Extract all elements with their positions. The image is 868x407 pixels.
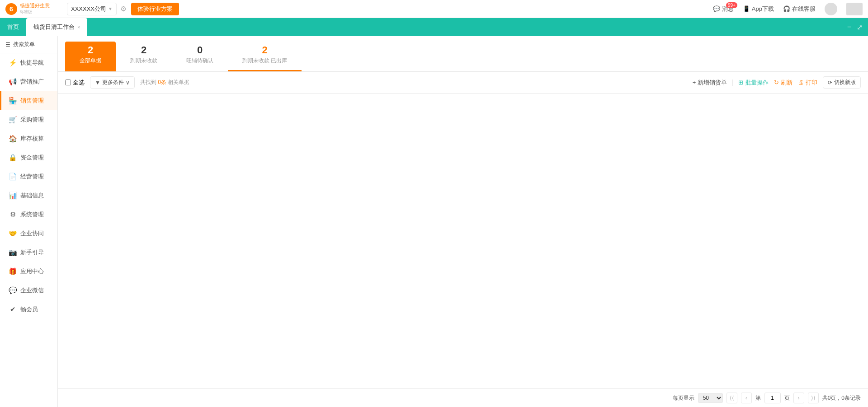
message-icon: 💬 [713, 5, 720, 12]
sidebar: ☰ 搜索菜单 ⚡ 快捷导航 📢 营销推广 🏪 销售管理 🛒 采购管理 🏠 库存核… [0, 36, 58, 407]
table-area [58, 94, 868, 388]
sidebar-item-inventory-label: 库存核算 [20, 135, 44, 143]
stat-overdue-unpaid-label: 到期未收款 [130, 57, 157, 65]
sidebar-item-guide[interactable]: 📷 新手引导 [0, 243, 57, 262]
new-order-button[interactable]: + 新增销货单 [693, 79, 727, 87]
refresh-label: 刷新 [781, 79, 793, 87]
page-number-input[interactable] [764, 393, 781, 403]
page-size-label: 每页显示 [673, 394, 694, 402]
batch-op-button[interactable]: ⊞ 批量操作 [738, 79, 769, 87]
trial-button[interactable]: 体验行业方案 [131, 3, 179, 15]
stat-overdue-unshipped-number: 2 [262, 45, 268, 55]
switch-version-button[interactable]: ⟳ 切换新版 [823, 76, 861, 89]
tab-daily-clear-label: 钱货日清工作台 [33, 23, 75, 31]
sidebar-item-member[interactable]: ✔ 畅会员 [0, 300, 57, 319]
company-name: XXXXXX公司 [71, 5, 106, 13]
online-service-label: 在线客服 [792, 5, 816, 13]
stat-all-label: 全部单据 [80, 57, 101, 65]
minimize-icon[interactable]: − [847, 23, 851, 31]
stat-overdue-unpaid-number: 2 [141, 45, 146, 55]
base-info-icon: 📊 [9, 192, 17, 200]
online-service-button[interactable]: 🎧 在线客服 [783, 5, 816, 13]
user-info[interactable] [846, 3, 863, 15]
sidebar-item-cooperation-label: 企业协同 [20, 229, 44, 238]
select-all-label: 全选 [73, 79, 85, 87]
sidebar-item-quick-nav[interactable]: ⚡ 快捷导航 [0, 53, 57, 72]
found-text: 共找到 0条 相关单据 [140, 79, 189, 86]
found-count: 0条 [158, 79, 166, 85]
avatar[interactable] [825, 3, 837, 15]
stat-tab-overdue-unshipped[interactable]: 2 到期未收款 已出库 [228, 42, 302, 71]
tab-daily-clear[interactable]: 钱货日清工作台 × [26, 18, 87, 36]
search-menu-icon: ☰ [5, 42, 10, 48]
found-suffix: 相关单据 [168, 79, 189, 85]
sidebar-item-base-info-label: 基础信息 [20, 192, 44, 200]
main-layout: ☰ 搜索菜单 ⚡ 快捷导航 📢 营销推广 🏪 销售管理 🛒 采购管理 🏠 库存核… [0, 36, 868, 407]
sidebar-item-operations[interactable]: 📄 经营管理 [0, 167, 57, 186]
sidebar-item-base-info[interactable]: 📊 基础信息 [0, 186, 57, 205]
app-download-button[interactable]: 📱 App下载 [743, 5, 774, 13]
wechat-icon: 💬 [9, 286, 17, 295]
logo-icon: 6 [5, 3, 17, 15]
stat-tab-pending-confirm[interactable]: 0 旺铺待确认 [172, 42, 228, 71]
switch-version-icon: ⟳ [828, 80, 832, 86]
sidebar-item-app-center-label: 应用中心 [20, 267, 44, 276]
found-prefix: 共找到 [140, 79, 156, 85]
refresh-button[interactable]: ↻ 刷新 [774, 79, 793, 87]
logo-title: 畅捷通好生意 [20, 3, 50, 9]
sidebar-item-purchase[interactable]: 🛒 采购管理 [0, 110, 57, 129]
tab-home-label: 首页 [7, 23, 19, 31]
sidebar-item-inventory[interactable]: 🏠 库存核算 [0, 129, 57, 148]
sidebar-item-operations-label: 经营管理 [20, 173, 44, 181]
next-page-button[interactable]: › [793, 393, 804, 403]
sidebar-item-system[interactable]: ⚙ 系统管理 [0, 205, 57, 224]
print-button[interactable]: 🖨 打印 [798, 79, 817, 87]
message-button[interactable]: 💬 消息 99+ [713, 5, 734, 13]
filter-button[interactable]: ▼ 更多条件 ∨ [90, 76, 135, 89]
sidebar-item-marketing-label: 营销推广 [20, 78, 44, 86]
stat-tab-overdue-unpaid[interactable]: 2 到期未收款 [116, 42, 172, 71]
sidebar-item-cooperation[interactable]: 🤝 企业协同 [0, 224, 57, 243]
marketing-icon: 📢 [9, 78, 17, 86]
close-tab-icon[interactable]: × [77, 24, 80, 30]
settings-button[interactable]: ⚙ [120, 5, 127, 13]
online-service-icon: 🎧 [783, 5, 790, 12]
prev-page-button[interactable]: ‹ [741, 393, 752, 403]
sidebar-item-wechat-label: 企业微信 [20, 286, 44, 295]
guide-icon: 📷 [9, 248, 17, 257]
total-text: 共0页，0条记录 [822, 394, 861, 402]
message-badge: 99+ [726, 2, 737, 8]
first-page-button[interactable]: ⟨⟨ [726, 393, 737, 403]
sidebar-item-finance[interactable]: 🔒 资金管理 [0, 148, 57, 167]
filter-arrow-icon: ∨ [126, 80, 130, 86]
purchase-icon: 🛒 [9, 116, 17, 124]
stat-tab-all[interactable]: 2 全部单据 [65, 42, 116, 71]
tab-home[interactable]: 首页 [0, 18, 26, 36]
last-page-button[interactable]: ⟩⟩ [808, 393, 819, 403]
select-all-checkbox[interactable]: 全选 [65, 79, 85, 87]
search-menu-button[interactable]: ☰ 搜索菜单 [0, 36, 57, 53]
stats-tabs: 2 全部单据 2 到期未收款 0 旺铺待确认 2 到期未收款 已出库 [58, 36, 868, 72]
pagination: 每页显示 20 50 100 ⟨⟨ ‹ 第 页 › ⟩⟩ 共0页，0条记录 [58, 388, 868, 407]
maximize-icon[interactable]: ⤢ [857, 23, 863, 32]
page-text: 第 [755, 394, 761, 402]
stat-overdue-unshipped-label: 到期未收款 已出库 [242, 57, 287, 65]
system-icon: ⚙ [9, 211, 17, 219]
quick-nav-icon: ⚡ [9, 59, 17, 67]
sidebar-item-marketing[interactable]: 📢 营销推广 [0, 72, 57, 91]
filter-label: 更多条件 [102, 79, 124, 86]
page-size-select[interactable]: 20 50 100 [698, 393, 723, 403]
company-selector[interactable]: XXXXXX公司 ▼ [67, 3, 117, 15]
toolbar: 全选 ▼ 更多条件 ∨ 共找到 0条 相关单据 + 新增销货单 ⊞ 批量操作 [58, 72, 868, 94]
logo-sub: 标准版 [20, 9, 50, 15]
nav-tab-actions: − ⤢ [847, 23, 868, 32]
refresh-icon: ↻ [774, 79, 779, 86]
sidebar-item-sales[interactable]: 🏪 销售管理 [0, 91, 57, 110]
content-area: 2 全部单据 2 到期未收款 0 旺铺待确认 2 到期未收款 已出库 全选 [58, 36, 868, 407]
batch-op-icon: ⊞ [738, 79, 743, 86]
sidebar-item-wechat[interactable]: 💬 企业微信 [0, 281, 57, 300]
new-order-label: + 新增销货单 [693, 79, 727, 87]
print-label: 打印 [806, 79, 817, 87]
select-all-input[interactable] [65, 80, 71, 85]
sidebar-item-app-center[interactable]: 🎁 应用中心 [0, 262, 57, 281]
